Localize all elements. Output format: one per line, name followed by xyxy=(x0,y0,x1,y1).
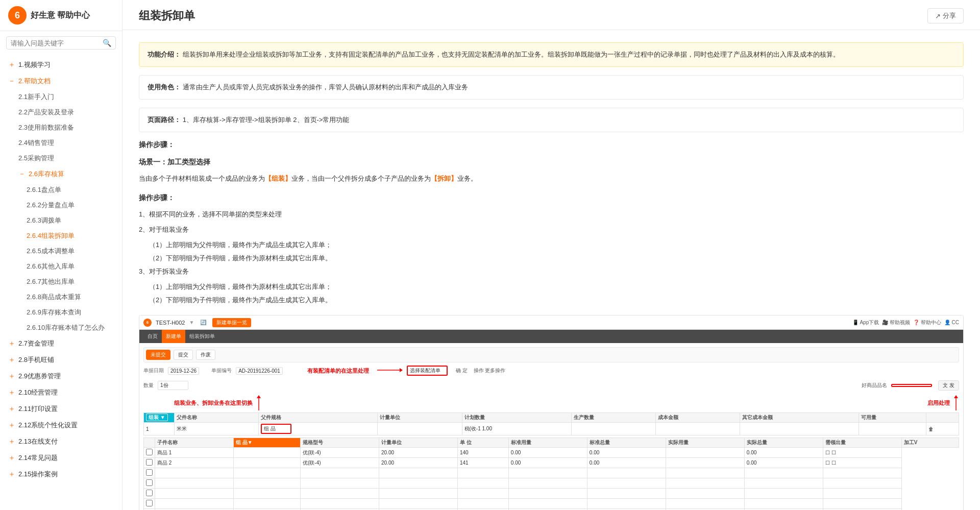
sidebar-item-2-12[interactable]: ＋ 2.12系统个性化设置 xyxy=(0,417,122,433)
sim-date-input[interactable]: 2019-12-26 xyxy=(168,367,199,375)
expand-icon: ＋ xyxy=(8,404,15,414)
sim-btn-cancel[interactable]: 作废 xyxy=(196,350,215,360)
row-checkbox[interactable] xyxy=(146,449,153,455)
table-row: 商品 2 优(联-4) 20.00 141 0.00 0.00 0.00 ☐ ☐ xyxy=(144,458,959,468)
role-text: 通常由生产人员或库管人员完成拆装业务的操作，库管人员确认原材料的出库和产成品的入… xyxy=(183,83,468,91)
sidebar-item-2-2[interactable]: 2.2产品安装及登录 xyxy=(0,105,122,120)
expand-icon: ＋ xyxy=(8,355,15,365)
expand-icon: ＋ xyxy=(8,372,15,381)
sidebar-item-2-6-3[interactable]: 2.6.3调拨单 xyxy=(0,213,122,228)
sim-form-row: 单据日期 2019-12-26 单据编号 AD-20191226-001 有装配… xyxy=(143,366,959,376)
sidebar-item-2-15[interactable]: ＋ 2.15操作案例 xyxy=(0,466,122,482)
sim-confirm-btn[interactable]: 确 定 xyxy=(456,367,468,374)
sim-new-btn[interactable]: 新建单据一览 xyxy=(212,318,251,327)
nav-label: 2.12系统个性化设置 xyxy=(18,421,78,430)
row-checkbox[interactable] xyxy=(146,500,153,506)
table-row xyxy=(144,468,959,478)
col-unit: 计量单位 xyxy=(378,413,462,423)
col-cost: 成本金额 xyxy=(656,413,740,423)
sidebar-item-2-1[interactable]: 2.1新手入门 xyxy=(0,89,122,105)
sidebar-item-2-4[interactable]: 2.4销售管理 xyxy=(0,135,122,151)
sidebar-item-1[interactable]: ＋ 1.视频学习 xyxy=(0,57,122,73)
share-button[interactable]: ↗ 分享 xyxy=(927,8,964,23)
col-std-total: 标准总量 xyxy=(587,438,666,448)
sidebar-item-2-6-7[interactable]: 2.6.7其他出库单 xyxy=(0,274,122,289)
nav-label: 2.15操作案例 xyxy=(18,470,58,479)
sim-app-link: 📱 App下载 xyxy=(852,319,879,326)
row-checkbox[interactable] xyxy=(146,479,153,486)
sim-btn-uncommitted[interactable]: 未提交 xyxy=(146,350,170,360)
sidebar-item-2-13[interactable]: ＋ 2.13在线支付 xyxy=(0,433,122,450)
sim-help-center: ❓ 帮助中心 xyxy=(913,319,941,326)
annotation-2-text: 组装业务、拆卸业务在这里切换 xyxy=(174,399,253,407)
sidebar-item-2-7[interactable]: ＋ 2.7资金管理 xyxy=(0,335,122,352)
col-actual-qty: 实际用量 xyxy=(666,438,744,448)
sidebar-item-2-3[interactable]: 2.3使用前数据准备 xyxy=(0,120,122,135)
sidebar-item-2-5[interactable]: 2.5采购管理 xyxy=(0,151,122,166)
nav-label: 2.6库存核算 xyxy=(29,169,64,179)
row-checkbox[interactable] xyxy=(146,469,153,476)
search-box[interactable]: 🔍 xyxy=(6,36,116,50)
sim-nav-new[interactable]: 新建单 xyxy=(162,330,185,343)
col-std-qty: 标准用量 xyxy=(508,438,587,448)
sim-num-input[interactable]: AD-20191226-001 xyxy=(236,367,283,375)
sidebar: 6 好生意 帮助中心 🔍 ＋ 1.视频学习 － 2.帮助文档 2.1新手入门 2… xyxy=(0,0,122,510)
sim-topbar: 6 TEST-H002 ▼ 🔄 新建单据一览 📱 App下载 🎥 帮助视频 ❓ … xyxy=(139,315,963,330)
row-checkbox[interactable] xyxy=(146,459,153,466)
sim-dropdown-icon: ▼ xyxy=(189,320,194,325)
sidebar-item-2-6-5[interactable]: 2.6.5成本调整单 xyxy=(0,244,122,259)
expand-icon: ＋ xyxy=(8,60,15,69)
sim-qty-val[interactable]: 1份 xyxy=(158,381,188,390)
sim-btn-submit[interactable]: 提交 xyxy=(174,350,193,360)
sim-nav-assembly[interactable]: 组装拆卸单 xyxy=(185,330,219,343)
sim-nav-home[interactable]: 自页 xyxy=(143,330,162,343)
col-type-toggle: 组装 ▼ xyxy=(144,413,175,423)
brand-name: 好生意 帮助中心 xyxy=(31,10,90,21)
sim-add-btn[interactable]: 文 发 xyxy=(938,380,959,391)
path-text: 1、库存核算->库存管理->组装拆卸单 2、首页->常用功能 xyxy=(183,116,350,124)
expand-icon: ＋ xyxy=(8,339,15,348)
search-input[interactable] xyxy=(11,39,103,47)
sidebar-item-2-9[interactable]: ＋ 2.9优惠券管理 xyxy=(0,368,122,384)
sidebar-item-2-6-9[interactable]: 2.6.9库存账本查询 xyxy=(0,305,122,320)
svg-marker-1 xyxy=(400,368,403,372)
sim-sub-row: 数量 1份 好商品品名 文 发 xyxy=(143,378,959,393)
sidebar-item-2-10[interactable]: ＋ 2.10经营管理 xyxy=(0,384,122,401)
sidebar-item-2-14[interactable]: ＋ 2.14常见问题 xyxy=(0,450,122,466)
sidebar-header: 6 好生意 帮助中心 xyxy=(0,0,122,31)
sim-type-select[interactable]: 选择装配清单 xyxy=(407,366,448,376)
step1: 1、根据不同的业务，选择不同单据的类型来处理 xyxy=(139,208,964,221)
search-icon[interactable]: 🔍 xyxy=(103,39,111,47)
table-row xyxy=(144,489,959,499)
share-icon: ↗ xyxy=(935,12,941,20)
sim-enable-input[interactable] xyxy=(891,384,932,387)
svg-marker-3 xyxy=(257,395,261,398)
row-checkbox[interactable] xyxy=(146,490,153,496)
nav-label: 2.11打印设置 xyxy=(18,404,58,414)
col-avail: 可用量 xyxy=(859,413,926,423)
sidebar-item-2-6-8[interactable]: 2.6.8商品成本重算 xyxy=(0,289,122,305)
sidebar-item-2-6-1[interactable]: 2.6.1盘点单 xyxy=(0,182,122,198)
col-actual-total: 实际总量 xyxy=(744,438,823,448)
sidebar-item-2-6-10[interactable]: 2.6.10库存账本错了怎么办 xyxy=(0,320,122,335)
sidebar-item-2-6-2[interactable]: 2.6.2分量盘点单 xyxy=(0,198,122,213)
sidebar-item-2-11[interactable]: ＋ 2.11打印设置 xyxy=(0,401,122,417)
expand-icon: ＋ xyxy=(8,421,15,430)
sim-refresh-icon: 🔄 xyxy=(200,320,206,325)
ops-title: 操作步骤： xyxy=(139,140,964,150)
sim-add-row-btn[interactable]: 文 发 xyxy=(938,380,959,391)
expand-icon: ＋ xyxy=(8,437,15,446)
role-label: 使用角色： xyxy=(148,83,181,91)
sim-logo-icon: 6 xyxy=(143,319,152,327)
sidebar-item-2-6-6[interactable]: 2.6.6其他入库单 xyxy=(0,259,122,274)
table-row xyxy=(144,499,959,509)
step3-1: （1）上部明细为父件明细，最终作为原材料生成其它出库单； xyxy=(149,280,964,294)
collapse-icon: － xyxy=(8,77,15,86)
svg-marker-5 xyxy=(954,395,958,398)
sidebar-item-2-8[interactable]: ＋ 2.8手机旺铺 xyxy=(0,352,122,368)
sidebar-item-2-6-4[interactable]: 2.6.4组装拆卸单 xyxy=(0,228,122,244)
sidebar-item-2-6[interactable]: － 2.6库存核算 xyxy=(0,166,122,182)
sidebar-item-2[interactable]: － 2.帮助文档 xyxy=(0,73,122,89)
page-title: 组装拆卸单 xyxy=(139,8,195,23)
parent-spec-input[interactable]: 组 品 xyxy=(261,424,291,434)
